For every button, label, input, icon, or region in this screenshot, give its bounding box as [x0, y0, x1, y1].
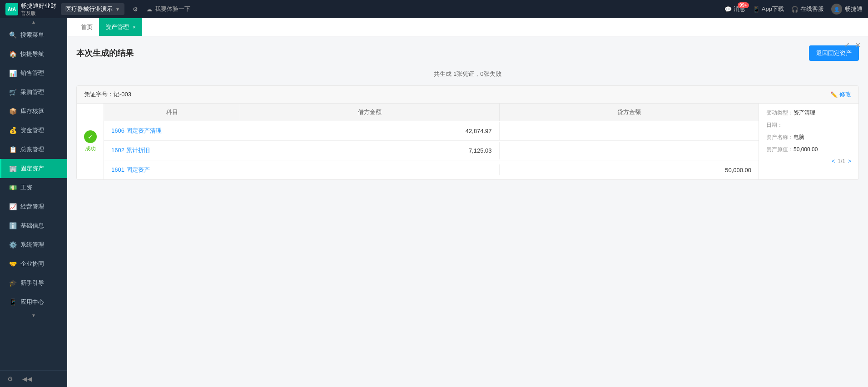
voucher-table: ✓ 成功 科目 借方金额 贷方金额 1606 固定资产清理 4 — [77, 104, 858, 179]
sidebar-footer: ⚙ ◀◀ — [0, 370, 67, 387]
logo-area: AtA 畅捷通好业财 普及版 — [5, 2, 56, 17]
date-row: 日期： — [766, 121, 851, 129]
sidebar-item-guide[interactable]: 🎓 新手引导 — [0, 273, 67, 293]
sidebar-item-search[interactable]: 🔍 搜索菜单 — [0, 25, 67, 45]
sidebar-item-fixed-assets[interactable]: 🏢 固定资产 — [0, 159, 67, 178]
sidebar-item-label: 工资 — [20, 184, 32, 192]
cell-credit-1 — [500, 125, 759, 136]
sidebar-item-label: 总账管理 — [20, 145, 44, 154]
voucher-section: 凭证字号：记-003 ✏️ 修改 ✓ 成功 — [76, 85, 859, 180]
panel-close-icon[interactable]: ✕ — [855, 41, 861, 50]
cell-subject-2: 1602 累计折旧 — [104, 141, 240, 160]
result-header: 本次生成的结果 返回固定资产 — [76, 45, 859, 61]
message-icon: 💬 — [724, 6, 732, 13]
pagination-prev-icon[interactable]: < — [832, 158, 835, 164]
panel-expand-icon[interactable]: ⤢ — [844, 41, 850, 48]
workspace-chevron-icon: ▼ — [115, 7, 120, 12]
sidebar-item-label: 系统管理 — [20, 241, 44, 249]
table-header: 科目 借方金额 贷方金额 — [104, 104, 759, 121]
change-type-row: 变动类型： 资产清理 — [766, 109, 851, 117]
username: 畅捷通 — [845, 5, 863, 13]
search-icon: 🔍 — [9, 31, 17, 39]
tab-close-icon[interactable]: × — [133, 24, 136, 30]
voucher-number: 凭证字号：记-003 — [84, 90, 131, 99]
cell-subject-1: 1606 固定资产清理 — [104, 121, 240, 140]
summary-text: 共生成 1张凭证，0张失败 — [76, 70, 859, 78]
experience-button[interactable]: ☁ 我要体验一下 — [146, 5, 190, 13]
sidebar: ▲ 🔍 搜索菜单 🏠 快捷导航 📊 销售管理 🛒 采购管理 📦 库存核算 💰 资… — [0, 18, 67, 387]
header-subject: 科目 — [104, 104, 240, 121]
basic-info-icon: ℹ️ — [9, 222, 17, 230]
original-value-row: 资产原值： 50,000.00 — [766, 146, 851, 154]
asset-name-value: 电脑 — [794, 134, 804, 141]
sidebar-item-label: 基础信息 — [20, 222, 44, 230]
return-button[interactable]: 返回固定资产 — [809, 45, 859, 61]
cell-credit-3: 50,000.00 — [500, 161, 759, 179]
sidebar-item-purchase[interactable]: 🛒 采购管理 — [0, 83, 67, 102]
sidebar-scroll-down[interactable]: ▼ — [0, 312, 67, 319]
user-area[interactable]: 👤 畅捷通 — [831, 4, 863, 15]
sidebar-item-capital[interactable]: 💰 资金管理 — [0, 121, 67, 140]
date-label: 日期： — [766, 121, 794, 129]
service-icon: 🎧 — [791, 6, 799, 13]
edit-button[interactable]: ✏️ 修改 — [830, 90, 851, 99]
purchase-icon: 🛒 — [9, 88, 17, 96]
asset-name-row: 资产名称： 电脑 — [766, 134, 851, 141]
sidebar-item-quick-nav[interactable]: 🏠 快捷导航 — [0, 45, 67, 64]
tab-asset-management[interactable]: 资产管理 × — [99, 18, 142, 36]
online-service-button[interactable]: 🎧 在线客服 — [791, 5, 824, 13]
salary-icon: 💵 — [9, 184, 17, 192]
message-badge: 99+ — [738, 2, 749, 8]
message-button[interactable]: 💬 消息 99+ — [724, 5, 745, 13]
sidebar-item-system[interactable]: ⚙️ 系统管理 — [0, 235, 67, 254]
sidebar-item-inventory[interactable]: 📦 库存核算 — [0, 102, 67, 121]
ledger-icon: 📋 — [9, 145, 17, 154]
footer-collapse-icon[interactable]: ◀◀ — [22, 375, 32, 382]
sidebar-item-label: 经营管理 — [20, 203, 44, 211]
footer-settings-icon[interactable]: ⚙ — [7, 375, 13, 382]
sidebar-item-label: 快捷导航 — [20, 50, 44, 58]
sidebar-scroll-up[interactable]: ▲ — [0, 18, 67, 25]
page-content: 本次生成的结果 返回固定资产 共生成 1张凭证，0张失败 凭证字号：记-003 … — [67, 36, 868, 387]
cell-debit-1: 42,874.97 — [240, 122, 500, 140]
workspace-settings-icon[interactable]: ⚙ — [129, 3, 142, 15]
voucher-main-table: 科目 借方金额 贷方金额 1606 固定资产清理 42,874.97 — [104, 104, 759, 179]
sidebar-item-label: 搜索菜单 — [20, 31, 44, 39]
app-center-icon: 📱 — [9, 298, 17, 306]
success-label: 成功 — [85, 145, 96, 153]
header-left: AtA 畅捷通好业财 普及版 医疗器械行业演示 ▼ ⚙ ☁ 我要体验一下 — [5, 2, 190, 17]
sidebar-item-label: 库存核算 — [20, 107, 44, 115]
header-debit: 借方金额 — [240, 104, 500, 121]
cell-subject-3: 1601 固定资产 — [104, 160, 240, 179]
sidebar-item-enterprise[interactable]: 🤝 企业协同 — [0, 254, 67, 273]
sidebar-item-label: 销售管理 — [20, 69, 44, 77]
sidebar-item-sales[interactable]: 📊 销售管理 — [0, 64, 67, 83]
change-type-value: 资产清理 — [794, 109, 815, 117]
pagination-next-icon[interactable]: > — [848, 158, 851, 164]
sidebar-item-general-ledger[interactable]: 📋 总账管理 — [0, 140, 67, 159]
cell-debit-2: 7,125.03 — [240, 142, 500, 159]
cell-credit-2 — [500, 145, 759, 156]
sidebar-item-basic-info[interactable]: ℹ️ 基础信息 — [0, 216, 67, 235]
workspace-selector[interactable]: 医疗器械行业演示 ▼ — [61, 3, 124, 15]
capital-icon: 💰 — [9, 126, 17, 134]
header-right: 💬 消息 99+ 📱 App下载 🎧 在线客服 👤 畅捷通 — [724, 4, 863, 15]
sidebar-item-app-center[interactable]: 📱 应用中心 — [0, 293, 67, 312]
app-download-button[interactable]: 📱 App下载 — [753, 5, 784, 13]
cell-debit-3 — [240, 164, 500, 175]
content-area: 首页 资产管理 × 本次生成的结果 返回固定资产 共生成 1张凭证，0张失败 凭… — [67, 18, 868, 387]
voucher-header: 凭证字号：记-003 ✏️ 修改 — [77, 86, 858, 104]
table-row: 1601 固定资产 50,000.00 — [104, 160, 759, 179]
tab-bar: 首页 资产管理 × — [67, 18, 868, 36]
enterprise-icon: 🤝 — [9, 260, 17, 268]
tab-home[interactable]: 首页 — [74, 18, 99, 36]
top-header: AtA 畅捷通好业财 普及版 医疗器械行业演示 ▼ ⚙ ☁ 我要体验一下 💬 消… — [0, 0, 868, 18]
success-indicator: ✓ 成功 — [77, 104, 104, 179]
sidebar-item-operations[interactable]: 📈 经营管理 — [0, 197, 67, 216]
success-circle-icon: ✓ — [84, 130, 97, 143]
inventory-icon: 📦 — [9, 107, 17, 115]
sidebar-item-salary[interactable]: 💵 工资 — [0, 178, 67, 197]
side-info-panel: 变动类型： 资产清理 日期： 资产名称： 电脑 资产原值： — [759, 104, 858, 179]
pagination-text: 1/1 — [838, 158, 845, 164]
guide-icon: 🎓 — [9, 279, 17, 287]
